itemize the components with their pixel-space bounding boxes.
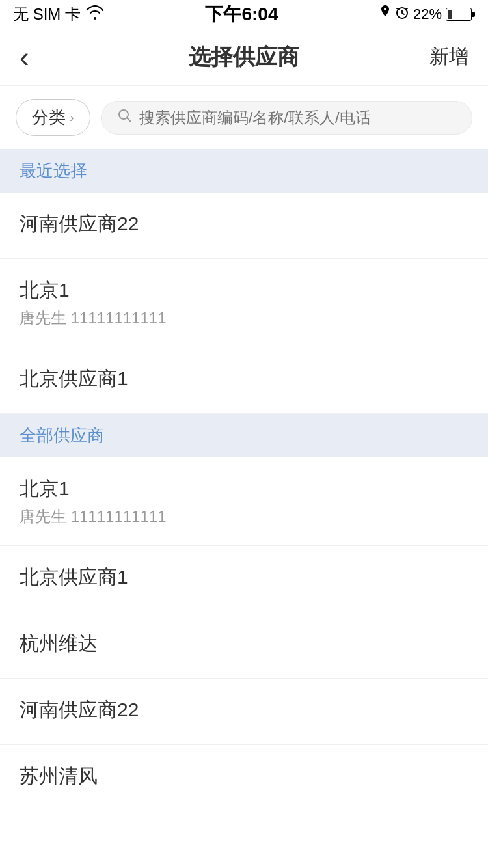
nav-title: 选择供应商 xyxy=(189,42,299,72)
status-bar: 无 SIM 卡 下午6:04 22% xyxy=(0,0,488,29)
item-name: 北京供应商1 xyxy=(20,564,468,591)
list-item[interactable]: 北京供应商1 xyxy=(0,347,488,414)
list-item[interactable]: 河南供应商22 xyxy=(0,679,488,745)
list-item[interactable]: 北京1唐先生 11111111111 xyxy=(0,457,488,546)
search-box xyxy=(101,101,472,135)
add-button[interactable]: 新增 xyxy=(429,44,468,70)
carrier-text: 无 SIM 卡 xyxy=(13,4,81,25)
category-label: 分类 xyxy=(32,106,66,129)
item-name: 河南供应商22 xyxy=(20,697,468,724)
alarm-icon xyxy=(395,5,409,23)
filter-bar: 分类 › xyxy=(0,86,488,149)
item-name: 河南供应商22 xyxy=(20,211,468,237)
status-right: 22% xyxy=(379,5,475,23)
list-item[interactable]: 北京供应商1 xyxy=(0,546,488,612)
sections-container: 最近选择河南供应商22北京1唐先生 11111111111北京供应商1全部供应商… xyxy=(0,149,488,811)
category-button[interactable]: 分类 › xyxy=(16,99,90,136)
item-sub: 唐先生 11111111111 xyxy=(20,506,468,527)
wifi-icon xyxy=(86,5,104,23)
list-item[interactable]: 北京1唐先生 11111111111 xyxy=(0,259,488,347)
list-item[interactable]: 杭州维达 xyxy=(0,612,488,679)
list-item[interactable]: 河南供应商22 xyxy=(0,193,488,259)
item-sub: 唐先生 11111111111 xyxy=(20,308,468,329)
list-item[interactable]: 苏州清风 xyxy=(0,745,488,811)
section-header-all: 全部供应商 xyxy=(0,414,488,457)
item-name: 北京1 xyxy=(20,277,468,304)
chevron-right-icon: › xyxy=(70,110,74,125)
item-name: 北京供应商1 xyxy=(20,366,468,392)
section-header-recent: 最近选择 xyxy=(0,149,488,193)
item-name: 北京1 xyxy=(20,476,468,502)
location-icon xyxy=(379,5,391,23)
item-name: 杭州维达 xyxy=(20,631,468,657)
search-icon xyxy=(117,108,133,128)
search-input[interactable] xyxy=(139,109,456,127)
battery-percentage: 22% xyxy=(413,6,442,23)
status-time: 下午6:04 xyxy=(205,2,278,27)
nav-bar: ‹ 选择供应商 新增 xyxy=(0,29,488,86)
status-left: 无 SIM 卡 xyxy=(13,4,104,25)
item-name: 苏州清风 xyxy=(20,763,468,790)
battery-icon xyxy=(446,8,475,21)
back-button[interactable]: ‹ xyxy=(20,41,59,74)
